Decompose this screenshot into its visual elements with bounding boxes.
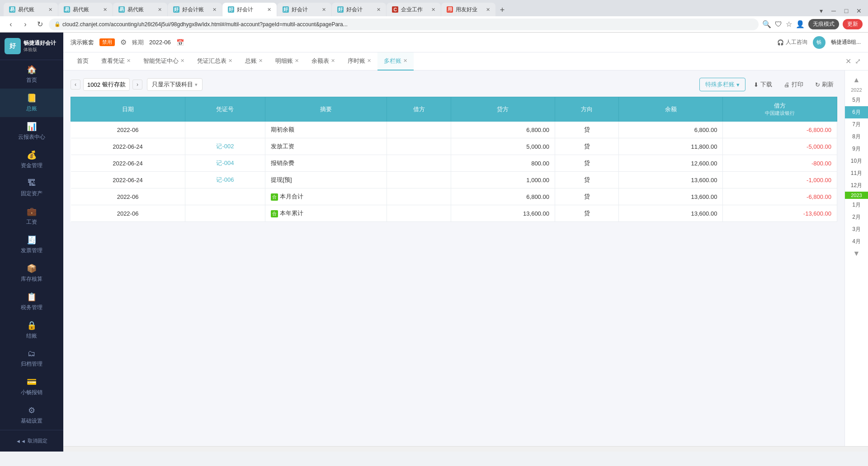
new-tab-button[interactable]: + (496, 4, 509, 16)
browser-tab-2[interactable]: 易 易代账 ✕ (58, 3, 113, 16)
date-item-2022-6[interactable]: 6月 (845, 106, 868, 118)
cell-voucher[interactable]: 记-002 (185, 138, 265, 155)
tab-close-5[interactable]: ✕ (267, 7, 271, 13)
sidebar-item-general-ledger[interactable]: 📒 总账 (0, 89, 63, 117)
tab-close-8[interactable]: ✕ (431, 7, 435, 13)
tab-sequence-ledger-close[interactable]: ✕ (367, 58, 371, 64)
tab-general-ledger[interactable]: 总账 ✕ (239, 52, 269, 71)
tab-close-3[interactable]: ✕ (158, 7, 162, 13)
browser-tab-3[interactable]: 易 易代账 ✕ (113, 3, 167, 16)
date-nav-up[interactable]: ▲ (845, 74, 868, 86)
reload-button[interactable]: ↻ (34, 19, 45, 30)
tab-close-6[interactable]: ✕ (322, 7, 326, 13)
sidebar-item-tax[interactable]: 📋 税务管理 (0, 287, 63, 316)
sidebar-item-invoice[interactable]: 🧾 发票管理 (0, 231, 63, 259)
voucher-link[interactable]: 记-006 (216, 176, 234, 183)
cell-voucher[interactable]: 记-004 (185, 155, 265, 172)
tab-home[interactable]: 首页 (71, 52, 95, 71)
voucher-link[interactable]: 记-002 (216, 143, 234, 150)
refresh-button[interactable]: ↻ 刷新 (811, 79, 837, 90)
date-item-2022-12[interactable]: 12月 (845, 179, 868, 192)
cell-voucher[interactable]: 记-006 (185, 172, 265, 188)
sidebar-item-funds[interactable]: 💰 资金管理 (0, 146, 63, 174)
date-item-2023-4[interactable]: 4月 (845, 235, 868, 248)
sidebar-item-settings[interactable]: ⚙ 基础设置 (0, 401, 63, 429)
tab-close-4[interactable]: ✕ (212, 7, 217, 13)
sidebar-item-closing[interactable]: 🔒 结账 (0, 316, 63, 344)
sidebar-item-expense[interactable]: 💳 小畅报销 (0, 372, 63, 401)
date-item-2022-5[interactable]: 5月 (845, 94, 868, 106)
collapse-icon[interactable]: ✕ (845, 57, 851, 66)
close-button[interactable]: ✕ (854, 5, 864, 16)
forward-button[interactable]: › (20, 19, 31, 30)
tab-general-ledger-close[interactable]: ✕ (259, 58, 263, 64)
maximize-button[interactable]: □ (841, 5, 852, 16)
date-item-2023-1[interactable]: 1月 (845, 199, 868, 211)
multi-col-btn[interactable]: 特殊多栏账 ▾ (699, 78, 745, 91)
bottom-scrollbar[interactable] (63, 446, 868, 452)
date-item-2022-7[interactable]: 7月 (845, 118, 868, 131)
table-row: 2022-06 合本年累计 13,600.00 贷 13,600.00 -13,… (71, 205, 837, 222)
sidebar-item-fixed-assets[interactable]: 🏗 固定资产 (0, 174, 63, 202)
sidebar-item-inventory[interactable]: 📦 库存核算 (0, 259, 63, 287)
tab-vouchers[interactable]: 查看凭证 ✕ (95, 52, 137, 71)
wuhen-mode-button[interactable]: 无痕模式 (808, 19, 839, 29)
tab-detail-ledger-close[interactable]: ✕ (295, 58, 299, 64)
date-item-2022-11[interactable]: 11月 (845, 167, 868, 179)
calendar-icon[interactable]: 📅 (176, 39, 184, 46)
date-item-2022-9[interactable]: 9月 (845, 143, 868, 155)
print-button[interactable]: 🖨 打印 (780, 79, 807, 90)
tab-sequence-ledger[interactable]: 序时账 ✕ (341, 52, 377, 71)
account-selector[interactable]: 1002 银行存款 (83, 78, 130, 91)
account-settings-icon[interactable]: ⚙ (120, 38, 127, 47)
browser-tab-5[interactable]: 好 好会计 ✕ (222, 3, 277, 16)
tab-close-7[interactable]: ✕ (377, 7, 381, 13)
tab-close-1[interactable]: ✕ (48, 7, 52, 13)
sidebar-item-reports[interactable]: 📊 云报表中心 (0, 117, 63, 146)
tab-vouchers-label: 查看凭证 (101, 57, 125, 65)
date-nav-down[interactable]: ▼ (845, 248, 868, 259)
tab-smart-voucher[interactable]: 智能凭证中心 ✕ (137, 52, 191, 71)
voucher-link[interactable]: 记-004 (216, 160, 234, 166)
next-account-button[interactable]: › (132, 80, 142, 89)
download-button[interactable]: ⬇ 下载 (750, 79, 776, 90)
tab-voucher-summary-close[interactable]: ✕ (228, 58, 232, 64)
tab-vouchers-close[interactable]: ✕ (127, 58, 131, 64)
tab-voucher-summary[interactable]: 凭证汇总表 ✕ (191, 52, 239, 71)
tab-multi-col-ledger[interactable]: 多栏账 ✕ (377, 52, 414, 71)
search-button[interactable]: 🔍 (762, 20, 771, 28)
tab-balance-sheet[interactable]: 余额表 ✕ (305, 52, 341, 71)
sidebar-item-archive[interactable]: 🗂 归档管理 (0, 344, 63, 372)
tab-list-button[interactable]: ▾ (816, 5, 826, 16)
profile-button[interactable]: 👤 (796, 20, 805, 28)
sidebar-item-payroll[interactable]: 💼 工资 (0, 202, 63, 231)
browser-tab-1[interactable]: 易 易代账 ✕ (4, 3, 58, 16)
bookmark-button[interactable]: ☆ (786, 20, 792, 28)
tab-multi-col-close[interactable]: ✕ (403, 58, 407, 64)
url-input[interactable]: 🔒 cloud2.chanjet.com/accounting/uh26t264… (49, 19, 759, 30)
date-item-2023-3[interactable]: 3月 (845, 223, 868, 235)
unpin-button[interactable]: ◄◄ 取消固定 (0, 435, 63, 447)
expand-icon[interactable]: ⤢ (855, 57, 861, 66)
tabs-collapse-button[interactable]: ✕ ⤢ (845, 57, 861, 66)
sidebar-item-home[interactable]: 🏠 首页 (0, 60, 63, 89)
tab-detail-ledger[interactable]: 明细账 ✕ (269, 52, 305, 71)
date-item-2022-8[interactable]: 8月 (845, 131, 868, 143)
back-button[interactable]: ‹ (5, 19, 16, 30)
date-item-2022-10[interactable]: 10月 (845, 155, 868, 167)
browser-tab-6[interactable]: 好 好会计 ✕ (277, 3, 331, 16)
update-button[interactable]: 更新 (843, 19, 863, 29)
prev-account-button[interactable]: ‹ (71, 80, 80, 89)
minimize-button[interactable]: ─ (828, 5, 839, 16)
browser-tab-8[interactable]: C 企业工作 ✕ (387, 3, 441, 16)
help-button[interactable]: 🎧 人工咨询 (777, 38, 807, 46)
browser-tab-4[interactable]: 好 好会计账 ✕ (168, 3, 222, 16)
tab-balance-sheet-close[interactable]: ✕ (331, 58, 335, 64)
date-item-2023-2[interactable]: 2月 (845, 211, 868, 223)
filter-button[interactable]: 只显示下级科目 ▾ (147, 78, 203, 91)
tab-close-9[interactable]: ✕ (486, 7, 490, 13)
browser-tab-7[interactable]: 好 好会计 ✕ (332, 3, 386, 16)
browser-tab-9[interactable]: 用 用友好业 ✕ (441, 3, 495, 16)
tab-smart-voucher-close[interactable]: ✕ (180, 58, 184, 64)
tab-close-2[interactable]: ✕ (103, 7, 107, 13)
